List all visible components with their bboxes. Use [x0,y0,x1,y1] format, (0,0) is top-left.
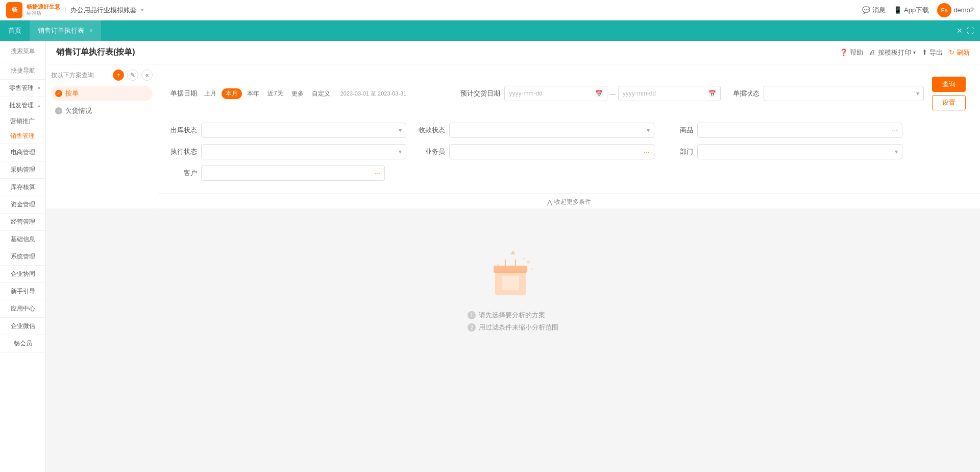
predict-date-from[interactable]: yyyy-mm-dd 📅 [504,86,607,101]
department-label: 部门 [663,147,693,156]
user-avatar: Ea [937,3,951,17]
sidebar-item-enterprise[interactable]: 企业协同 [0,266,45,282]
sidebar-item-retail[interactable]: 零售管理 ▾ [0,80,45,97]
collect-status-select[interactable]: ▾ [449,123,654,138]
date-tab-thismonth[interactable]: 本月 [222,88,242,99]
filter-field-collect-status: 收款状态 ▾ [414,123,654,138]
tabs-bar: 首页 销售订单执行表 × ✕ ⛶ [0,20,980,41]
sidebar-item-system[interactable]: 系统管理 [0,248,45,265]
collapse-button[interactable]: ⋀ 收起更多条件 [547,198,591,206]
date-tab-thisyear[interactable]: 本年 [244,88,262,99]
collapse-scheme-button[interactable]: « [141,69,153,81]
tab-sales-order[interactable]: 销售订单执行表 × [30,20,101,41]
collapse-icon: ⋀ [547,199,552,206]
help-button[interactable]: ❓ 帮助 [840,48,863,57]
window-maximize-icon[interactable]: ⛶ [967,27,974,35]
sidebar-item-ecommerce[interactable]: 电商管理 [0,144,45,161]
sidebar-item-finance[interactable]: 资金管理 [0,196,45,213]
collect-status-arrow: ▾ [647,127,650,134]
action-buttons: 查询 设置 [932,70,972,116]
sidebar-item-inventory[interactable]: 库存核算 [0,179,45,196]
date-range-label: 2023-03-01 至 2023-03-31 [340,90,407,98]
predict-date-to[interactable]: yyyy-mm-dd 📅 [618,86,721,101]
date-tab-lastmonth[interactable]: 上月 [201,88,219,99]
sidebar-ecommerce-section: 电商管理 [0,144,45,161]
sidebar-system-section: 系统管理 [0,248,45,266]
window-close-icon[interactable]: ✕ [957,27,963,35]
sidebar-item-wholesale[interactable]: 批发管理 ▴ [0,97,45,114]
sidebar-quicknav-label[interactable]: 快捷导航 [0,64,45,77]
page-header: 销售订单执行表(按单) ❓ 帮助 🖨 按模板打印 ▾ ⬆ 导出 ↻ 刷新 [46,41,980,64]
salesman-dots[interactable]: ··· [644,148,650,156]
message-button[interactable]: 💬 消息 [862,6,886,15]
sidebar-item-wechat[interactable]: 企业微信 [0,318,45,335]
tab-close-icon[interactable]: × [89,27,93,34]
set-button[interactable]: 设置 [932,95,966,110]
filter-field-date: 单据日期 上月 本月 本年 近7天 更多 自定义 20 [166,88,452,99]
user-profile[interactable]: Ea demo2 [937,3,974,17]
sidebar-item-appcenter[interactable]: 应用中心 [0,300,45,317]
sidebar-item-newguide[interactable]: 新手引导 [0,283,45,300]
sidebar-newguide-section: 新手引导 [0,283,45,300]
sidebar-item-member[interactable]: 畅会员 [0,335,45,352]
date-tab-more[interactable]: 更多 [288,88,307,99]
sidebar-item-basic[interactable]: 基础信息 [0,231,45,248]
tab-home[interactable]: 首页 [0,20,30,41]
goods-dots[interactable]: ··· [892,126,898,134]
date-tab-custom[interactable]: 自定义 [309,88,333,99]
sidebar-operation-section: 经营管理 [0,214,45,231]
app-download-button[interactable]: 📱 App下载 [894,6,929,15]
sidebar-subitem-sales[interactable]: 销售管理 [0,129,45,144]
sidebar-member-section: 畅会员 [0,335,45,352]
svg-point-6 [531,268,533,270]
search-button[interactable]: 查询 [932,77,966,92]
department-select[interactable]: ▾ [697,144,902,159]
predict-date-range: yyyy-mm-dd 📅 — yyyy-mm-dd 📅 [504,86,720,101]
date-tab-7days[interactable]: 近7天 [264,88,286,99]
exec-status-select[interactable]: ▾ [201,144,406,159]
scheme-shortage-icon: ○ [55,107,62,114]
filter-row-1: 单据日期 上月 本月 本年 近7天 更多 自定义 20 [166,70,972,116]
sidebar-item-operation[interactable]: 经营管理 [0,214,45,230]
goods-select[interactable]: ··· [697,123,902,138]
scheme-item-by-order[interactable]: ✓ 按单 [51,86,153,101]
app-dropdown-arrow[interactable]: ▾ [141,7,144,13]
empty-hint-2: 2 用过滤条件来缩小分析范围 [468,323,558,332]
doc-status-arrow: ▾ [916,90,919,97]
scheme-item-icon: ✓ [55,90,62,97]
out-status-arrow: ▾ [399,127,402,134]
template-print-button[interactable]: 🖨 按模板打印 ▾ [869,48,916,57]
sidebar-search-label[interactable]: 搜索菜单 [4,45,41,58]
sidebar-wholesale-section: 批发管理 ▴ 营销推广 销售管理 [0,97,45,144]
salesman-label: 业务员 [414,147,445,156]
date-field-label: 单据日期 [166,89,197,98]
sidebar-nav-section: 快捷导航 [0,62,45,80]
sidebar-item-purchase[interactable]: 采购管理 [0,161,45,178]
filter-row-3: 执行状态 ▾ 业务员 ··· [166,144,972,159]
svg-rect-1 [494,266,527,273]
sidebar-subitem-marketing[interactable]: 营销推广 [0,114,45,129]
add-scheme-button[interactable]: + [113,69,124,81]
main-layout: 搜索菜单 快捷导航 零售管理 ▾ 批发管理 ▴ 营销推广 销售管理 电商管理 [0,41,980,472]
customer-label: 客户 [166,169,197,178]
customer-dots[interactable]: ··· [374,169,380,177]
customer-select[interactable]: ··· [201,166,385,181]
sidebar-inventory-section: 库存核算 [0,179,45,196]
export-button[interactable]: ⬆ 导出 [922,48,943,57]
sidebar-retail-arrow: ▾ [38,85,40,91]
page-title: 销售订单执行表(按单) [56,47,135,58]
refresh-button[interactable]: ↻ 刷新 [949,48,970,57]
scheme-item-shortage[interactable]: ○ 欠货情况 [51,103,153,119]
date-tabs: 上月 本月 本年 近7天 更多 自定义 [201,88,333,99]
app-dropdown-label[interactable]: 办公用品行业模拟账套 [70,6,137,15]
edit-scheme-button[interactable]: ✎ [127,69,138,81]
doc-status-select[interactable]: ▾ [764,86,924,101]
out-status-select[interactable]: ▾ [201,123,406,138]
filter-field-department: 部门 ▾ [663,144,902,159]
date-separator: — [609,90,616,98]
exec-status-label: 执行状态 [166,147,197,156]
content-area: 销售订单执行表(按单) ❓ 帮助 🖨 按模板打印 ▾ ⬆ 导出 ↻ 刷新 [46,41,980,472]
hint-num-2: 2 [468,323,476,332]
salesman-select[interactable]: ··· [449,144,654,159]
filter-field-goods: 商品 ··· [663,123,902,138]
